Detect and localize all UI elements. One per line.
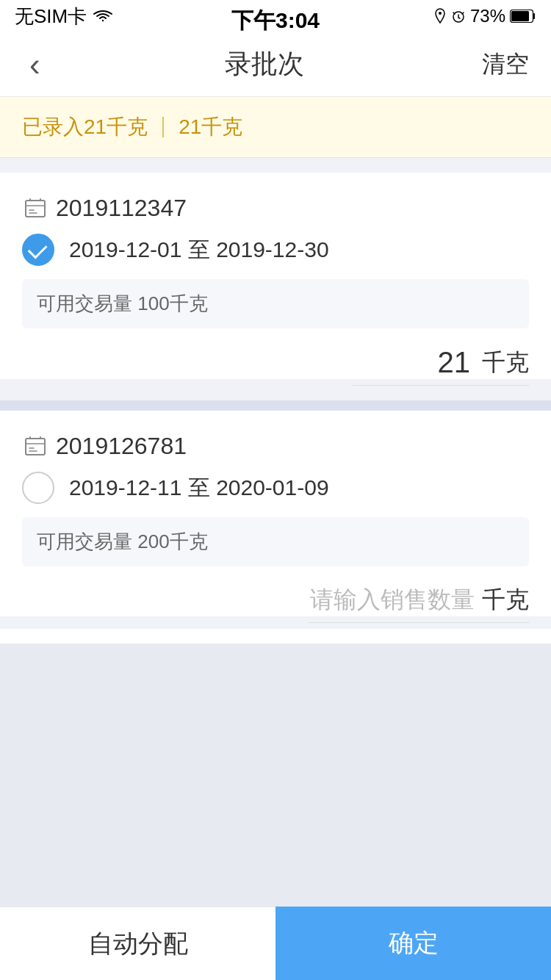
info-divider: [162, 117, 164, 137]
batch2-avail: 可用交易量 200千克: [22, 517, 529, 566]
batch1-amount-row: 21 千克: [0, 328, 551, 379]
gray-area: [0, 644, 551, 908]
batch1-card: 2019112347 2019-12-01 至 2019-12-30 可用交易量…: [0, 173, 551, 328]
total-amount: 21千克: [179, 113, 242, 141]
svg-rect-5: [26, 439, 45, 455]
svg-rect-4: [26, 201, 45, 217]
nav-title: 录批次: [225, 46, 304, 82]
alarm-icon: [451, 9, 466, 24]
batch1-icon: [22, 195, 48, 222]
bottom-bar: 自动分配 确定: [0, 907, 551, 980]
batch1-header: 2019112347: [22, 195, 529, 222]
batch1-date: 2019-12-01 至 2019-12-30: [69, 235, 329, 265]
confirm-button[interactable]: 确定: [276, 907, 551, 980]
battery-icon: [510, 10, 536, 23]
batch2-icon: [22, 433, 48, 460]
batch1-bottom-divider: [0, 400, 551, 411]
batch2-card: 2019126781 2019-12-11 至 2020-01-09 可用交易量…: [0, 411, 551, 566]
batch1-amount-value: 21: [438, 346, 471, 379]
batch2-id: 2019126781: [56, 433, 187, 460]
batch1-amount-unit: 千克: [482, 347, 529, 379]
time-display: 下午3:04: [231, 6, 320, 36]
batch1-date-row: 2019-12-01 至 2019-12-30: [22, 234, 529, 266]
nav-bar: ‹ 录批次 清空: [0, 32, 551, 97]
batch1-radio[interactable]: [22, 234, 54, 266]
batch2-input-row: 请输入销售数量 千克: [0, 566, 551, 616]
batch2-header: 2019126781: [22, 433, 529, 460]
clear-button[interactable]: 清空: [482, 48, 529, 81]
batch2-card-bottom: [0, 629, 551, 644]
auto-distribute-button[interactable]: 自动分配: [0, 907, 276, 980]
batch2-input-placeholder[interactable]: 请输入销售数量: [22, 584, 475, 616]
location-icon: [433, 8, 447, 24]
status-left: 无SIM卡: [15, 4, 113, 29]
back-button[interactable]: ‹: [22, 39, 48, 90]
status-bar: 无SIM卡 下午3:04 73%: [0, 0, 551, 32]
info-banner: 已录入21千克 21千克: [0, 97, 551, 158]
carrier-text: 无SIM卡: [15, 4, 87, 29]
batch1-id: 2019112347: [56, 195, 187, 222]
wifi-icon: [93, 9, 113, 24]
batch1-amount-wrapper: 21 千克: [22, 346, 529, 379]
batch2-date-row: 2019-12-11 至 2020-01-09: [22, 472, 529, 504]
batch1-avail: 可用交易量 100千克: [22, 279, 529, 328]
status-right: 73%: [433, 6, 536, 26]
battery-percent: 73%: [470, 6, 505, 26]
svg-point-0: [439, 12, 442, 15]
batch2-date: 2019-12-11 至 2020-01-09: [69, 473, 329, 503]
batch1-amount-divider: [353, 385, 529, 386]
batch2-input-unit: 千克: [482, 584, 529, 616]
svg-rect-3: [511, 11, 529, 21]
batch2-radio[interactable]: [22, 472, 54, 504]
batch2-input-divider: [309, 622, 529, 623]
recorded-amount: 已录入21千克: [22, 113, 148, 141]
